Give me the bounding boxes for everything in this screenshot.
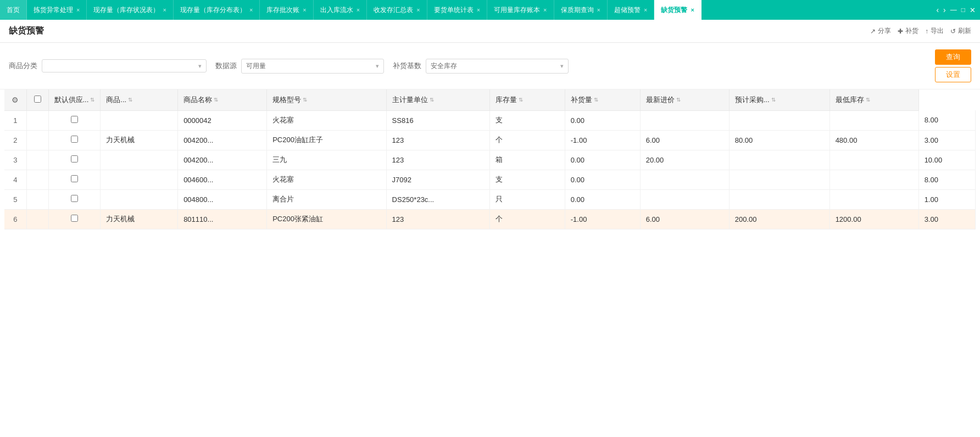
tab-close-shortage[interactable]: × bbox=[691, 7, 694, 13]
row-select-4[interactable] bbox=[71, 195, 78, 202]
sort-estimated-icon[interactable]: ⇅ bbox=[771, 97, 776, 103]
sort-replenish-icon[interactable]: ⇅ bbox=[594, 97, 598, 103]
tab-expiry-query[interactable]: 保质期查询× bbox=[554, 0, 608, 20]
query-button[interactable]: 查询 bbox=[935, 49, 971, 65]
tab-inout-flow[interactable]: 出入库流水× bbox=[314, 0, 367, 20]
export-label: 导出 bbox=[931, 26, 944, 36]
sort-spec-icon[interactable]: ⇅ bbox=[303, 97, 307, 103]
datasource-select[interactable]: 可用量 ▾ bbox=[241, 59, 384, 74]
data-table: ⚙ 默认供应... ⇅ 商品... ⇅ bbox=[4, 89, 976, 229]
cell-spec-5: 123 bbox=[386, 209, 489, 229]
row-select-5[interactable] bbox=[71, 215, 78, 222]
replenish-button[interactable]: ✚ 补货 bbox=[898, 26, 918, 36]
cell-code-3: 004600... bbox=[178, 170, 267, 189]
cell-min-stock-1: 3.00 bbox=[918, 130, 975, 150]
tab-inventory-dist[interactable]: 现存量（库存分布表）× bbox=[174, 0, 260, 20]
tab-order-stats[interactable]: 要货单统计表× bbox=[427, 0, 487, 20]
row-select-0[interactable] bbox=[71, 116, 78, 123]
table-row: 2 力天机械 004200... PC200油缸庄子 123 个 -1.00 6… bbox=[4, 130, 976, 150]
category-select[interactable]: ▾ bbox=[42, 59, 207, 72]
cell-min-stock-2: 10.00 bbox=[918, 150, 975, 170]
cell-replenish-2: 20.00 bbox=[640, 150, 729, 170]
tab-label: 现存量（库存分布表） bbox=[180, 5, 246, 15]
table-row: 6 力天机械 801110... PC200张紧油缸 123 个 -1.00 6… bbox=[4, 209, 976, 229]
tab-label: 保质期查询 bbox=[561, 5, 594, 15]
table-header-row: ⚙ 默认供应... ⇅ 商品... ⇅ bbox=[4, 89, 976, 110]
sort-code-icon[interactable]: ⇅ bbox=[128, 97, 132, 103]
tab-label: 超储预警 bbox=[614, 5, 641, 15]
tab-available-ledger[interactable]: 可用量库存账本× bbox=[487, 0, 554, 20]
tab-home[interactable]: 首页 bbox=[0, 0, 27, 20]
tab-close-available-ledger[interactable]: × bbox=[543, 7, 547, 13]
tab-batch-account[interactable]: 库存批次账× bbox=[260, 0, 313, 20]
cell-name-1: PC200油缸庄子 bbox=[267, 130, 386, 150]
sort-supplier-icon[interactable]: ⇅ bbox=[90, 97, 94, 103]
tab-close-inventory-dist[interactable]: × bbox=[249, 7, 253, 13]
sort-price-icon[interactable]: ⇅ bbox=[676, 97, 681, 103]
cell-replenish-4 bbox=[640, 189, 729, 209]
sort-stock-icon[interactable]: ⇅ bbox=[519, 97, 523, 103]
tab-overstock[interactable]: 超储预警× bbox=[608, 0, 654, 20]
export-button[interactable]: ↑ 导出 bbox=[925, 26, 944, 36]
cell-code-2: 004200... bbox=[178, 150, 267, 170]
tab-close-inventory-status[interactable]: × bbox=[163, 7, 166, 13]
datasource-label: 数据源 bbox=[215, 61, 237, 71]
cell-supplier-1: 力天机械 bbox=[101, 130, 178, 150]
tab-maximize-button[interactable]: □ bbox=[959, 0, 967, 20]
tab-inventory-status[interactable]: 现存量（库存状况表）× bbox=[87, 0, 173, 20]
cell-unit-0: 支 bbox=[489, 110, 565, 130]
tab-shortage[interactable]: 缺货预警× bbox=[654, 0, 701, 20]
cell-replenish-3 bbox=[640, 170, 729, 189]
row-select-1[interactable] bbox=[71, 136, 78, 143]
tab-receipt-summary[interactable]: 收发存汇总表× bbox=[367, 0, 427, 20]
replenish-basis-label: 补货基数 bbox=[393, 61, 421, 71]
refresh-icon: ↺ bbox=[950, 27, 956, 35]
replenish-basis-select[interactable]: 安全库存 ▾ bbox=[426, 59, 569, 74]
settings-icon[interactable]: ⚙ bbox=[12, 96, 19, 104]
col-spec-header: 规格型号 ⇅ bbox=[267, 89, 386, 110]
cell-estimated-5: 1200.00 bbox=[829, 209, 918, 229]
cell-code-1: 004200... bbox=[178, 130, 267, 150]
tab-close-abnormal[interactable]: × bbox=[76, 7, 80, 13]
chevron-down-icon2: ▾ bbox=[376, 63, 379, 70]
row-settings-2 bbox=[26, 150, 48, 170]
cell-spec-2: 123 bbox=[386, 150, 489, 170]
tab-close-expiry-query[interactable]: × bbox=[597, 7, 600, 13]
tab-next-button[interactable]: › bbox=[941, 0, 948, 20]
cell-replenish-0 bbox=[640, 110, 729, 130]
tab-close-overstock[interactable]: × bbox=[644, 7, 647, 13]
cell-min-stock-4: 1.00 bbox=[918, 189, 975, 209]
col-checkbox-header bbox=[26, 89, 48, 110]
settings-button[interactable]: 设置 bbox=[935, 67, 971, 82]
chevron-down-icon: ▾ bbox=[198, 63, 202, 70]
cell-price-5: 200.00 bbox=[729, 209, 829, 229]
tab-minimize-button[interactable]: — bbox=[948, 0, 959, 20]
col-product-name-header: 商品名称 ⇅ bbox=[178, 89, 267, 110]
sort-min-stock-icon[interactable]: ⇅ bbox=[866, 97, 870, 103]
tab-close-inout-flow[interactable]: × bbox=[357, 7, 360, 13]
row-select-2[interactable] bbox=[71, 155, 78, 163]
tab-close-batch-account[interactable]: × bbox=[303, 7, 306, 13]
tab-label: 拣货异常处理 bbox=[34, 5, 73, 15]
page-header: 缺货预警 ↗ 分享 ✚ 补货 ↑ 导出 ↺ 刷新 bbox=[0, 20, 980, 43]
share-button[interactable]: ↗ 分享 bbox=[870, 26, 891, 36]
cell-estimated-0 bbox=[829, 110, 918, 130]
tab-close-order-stats[interactable]: × bbox=[477, 7, 480, 13]
row-select-3[interactable] bbox=[71, 175, 78, 182]
tab-bar: 首页拣货异常处理×现存量（库存状况表）×现存量（库存分布表）×库存批次账×出入库… bbox=[0, 0, 980, 20]
replenish-basis-filter-group: 补货基数 安全库存 ▾ bbox=[393, 59, 569, 74]
refresh-button[interactable]: ↺ 刷新 bbox=[950, 26, 971, 36]
tab-close-window-button[interactable]: ✕ bbox=[967, 0, 978, 20]
cell-estimated-4 bbox=[829, 189, 918, 209]
tab-prev-button[interactable]: ‹ bbox=[934, 0, 941, 20]
cell-min-stock-5: 3.00 bbox=[918, 209, 975, 229]
cell-stock-3: 0.00 bbox=[565, 170, 640, 189]
select-all-checkbox[interactable] bbox=[34, 96, 41, 103]
cell-price-0 bbox=[729, 110, 829, 130]
cell-code-5: 801110... bbox=[178, 209, 267, 229]
sort-unit-icon[interactable]: ⇅ bbox=[430, 97, 434, 103]
sort-name-icon[interactable]: ⇅ bbox=[214, 97, 218, 103]
tab-close-receipt-summary[interactable]: × bbox=[416, 7, 420, 13]
tab-abnormal[interactable]: 拣货异常处理× bbox=[27, 0, 87, 20]
cell-code-0: 0000042 bbox=[178, 110, 267, 130]
